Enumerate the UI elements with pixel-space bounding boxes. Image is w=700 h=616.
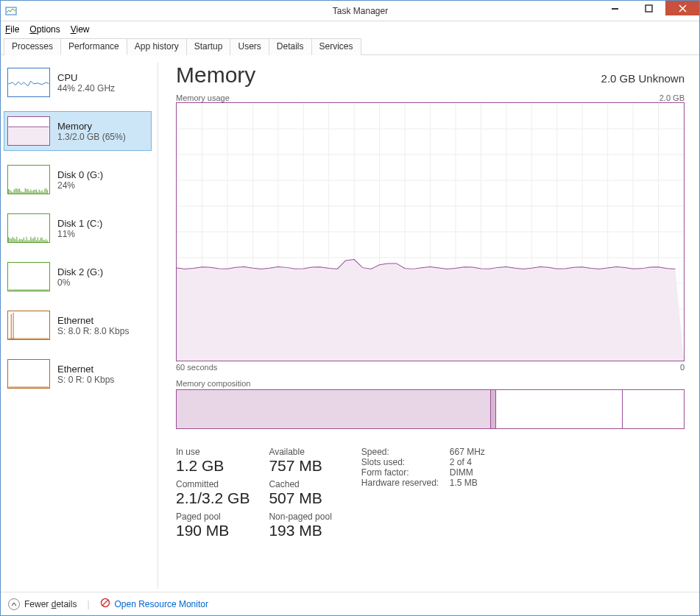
sidebar-item-sub: S: 0 R: 0 Kbps xyxy=(57,375,114,385)
committed-value: 2.1/3.2 GB xyxy=(176,489,250,507)
svg-rect-2 xyxy=(646,5,652,12)
slots-val: 2 of 4 xyxy=(450,457,472,467)
form-val: DIMM xyxy=(450,467,473,478)
sidebar-item-disk-2-g-[interactable]: Disk 2 (G:) 0% xyxy=(4,257,152,297)
tab-bar: ProcessesPerformanceApp historyStartupUs… xyxy=(1,38,699,55)
paged-value: 190 MB xyxy=(176,522,250,539)
chart-label-left: Memory usage xyxy=(176,93,230,102)
speed-val: 667 MHz xyxy=(450,447,485,457)
minimize-button[interactable] xyxy=(598,1,632,15)
sidebar-item-sub: 11% xyxy=(57,229,102,239)
sidebar-item-name: Disk 1 (C:) xyxy=(57,218,102,229)
meta-block: Speed:667 MHz Slots used:2 of 4 Form fac… xyxy=(361,447,485,539)
cached-value: 507 MB xyxy=(269,489,331,507)
composition-segment-free xyxy=(623,390,684,428)
form-key: Form factor: xyxy=(361,467,450,478)
fewer-details-button[interactable]: Fewer details xyxy=(8,598,77,610)
sidebar-item-sub: 24% xyxy=(57,180,103,191)
menu-view[interactable]: View xyxy=(71,24,90,35)
sidebar-item-sub: 44% 2.40 GHz xyxy=(57,83,115,93)
separator: | xyxy=(87,599,89,609)
open-resource-monitor-link[interactable]: Open Resource Monitor xyxy=(100,598,208,610)
tab-processes[interactable]: Processes xyxy=(4,38,61,55)
cached-label: Cached xyxy=(269,479,331,489)
tab-users[interactable]: Users xyxy=(230,38,269,55)
in-use-value: 1.2 GB xyxy=(176,457,250,475)
committed-label: Committed xyxy=(176,479,250,489)
menu-options[interactable]: Options xyxy=(29,24,60,35)
nonpaged-label: Non-paged pool xyxy=(269,511,331,522)
panel-title: Memory xyxy=(176,63,255,88)
chart-axis-right: 0 xyxy=(680,363,685,372)
sidebar-item-ethernet[interactable]: Ethernet S: 0 R: 0 Kbps xyxy=(4,354,152,394)
resource-monitor-icon xyxy=(100,598,110,610)
slots-key: Slots used: xyxy=(361,457,450,467)
paged-label: Paged pool xyxy=(176,511,250,522)
sidebar-item-ethernet[interactable]: Ethernet S: 8.0 R: 8.0 Kbps xyxy=(4,305,152,345)
stats-block: In use 1.2 GB Available 757 MB Committed… xyxy=(176,447,332,539)
menu-bar: File Options View xyxy=(1,21,699,38)
memory-usage-chart[interactable] xyxy=(176,102,685,361)
tab-startup[interactable]: Startup xyxy=(186,38,231,55)
in-use-label: In use xyxy=(176,447,250,457)
footer: Fewer details | Open Resource Monitor xyxy=(1,592,699,615)
tab-performance[interactable]: Performance xyxy=(60,38,127,55)
svg-marker-40 xyxy=(177,260,684,361)
sidebar-item-sub: 1.3/2.0 GB (65%) xyxy=(57,132,126,142)
chart-axis-left: 60 seconds xyxy=(176,363,217,372)
main-panel: Memory 2.0 GB Unknown Memory usage 2.0 G… xyxy=(158,63,692,589)
svg-line-42 xyxy=(102,600,108,606)
tab-app-history[interactable]: App history xyxy=(127,38,187,55)
sidebar-item-name: Ethernet xyxy=(57,364,114,375)
sidebar-item-name: Disk 0 (G:) xyxy=(57,169,103,180)
composition-segment-modified xyxy=(491,390,496,428)
sidebar-item-name: Memory xyxy=(57,121,126,132)
chart-label-right: 2.0 GB xyxy=(660,93,685,102)
sidebar-item-name: Disk 2 (G:) xyxy=(57,266,103,277)
chevron-up-icon xyxy=(8,598,20,610)
thumbnail-chart xyxy=(7,311,50,340)
title-bar: Task Manager xyxy=(1,1,699,21)
svg-rect-5 xyxy=(8,127,49,145)
nonpaged-value: 193 MB xyxy=(269,522,331,539)
composition-label: Memory composition xyxy=(176,379,685,388)
thumbnail-chart xyxy=(7,165,50,194)
sidebar: CPU 44% 2.40 GHz Memory 1.3/2.0 GB (65%)… xyxy=(4,63,158,589)
hw-val: 1.5 MB xyxy=(450,478,478,488)
thumbnail-chart xyxy=(7,213,50,243)
available-label: Available xyxy=(269,447,331,457)
memory-spec: 2.0 GB Unknown xyxy=(601,72,685,85)
sidebar-item-sub: S: 8.0 R: 8.0 Kbps xyxy=(57,326,129,336)
composition-segment-in_use xyxy=(177,390,491,428)
tab-services[interactable]: Services xyxy=(311,38,361,55)
sidebar-item-memory[interactable]: Memory 1.3/2.0 GB (65%) xyxy=(4,111,152,151)
sidebar-item-disk-1-c-[interactable]: Disk 1 (C:) 11% xyxy=(4,208,152,248)
sidebar-item-cpu[interactable]: CPU 44% 2.40 GHz xyxy=(4,63,152,102)
sidebar-item-name: Ethernet xyxy=(57,315,129,326)
sidebar-item-disk-0-g-[interactable]: Disk 0 (G:) 24% xyxy=(4,160,152,199)
menu-file[interactable]: File xyxy=(5,24,19,35)
maximize-button[interactable] xyxy=(632,1,665,15)
thumbnail-chart xyxy=(7,262,50,291)
sidebar-item-name: CPU xyxy=(57,72,115,83)
available-value: 757 MB xyxy=(269,457,331,475)
composition-segment-standby xyxy=(496,390,623,428)
sidebar-item-sub: 0% xyxy=(57,277,103,288)
app-icon xyxy=(5,5,17,17)
close-button[interactable] xyxy=(665,1,699,15)
thumbnail-chart xyxy=(7,359,50,389)
memory-composition-bar[interactable] xyxy=(176,389,685,429)
thumbnail-chart xyxy=(7,68,50,97)
resource-monitor-label: Open Resource Monitor xyxy=(115,599,208,609)
hw-key: Hardware reserved: xyxy=(361,478,450,488)
tab-details[interactable]: Details xyxy=(269,38,312,55)
speed-key: Speed: xyxy=(361,447,450,457)
thumbnail-chart xyxy=(7,116,50,146)
